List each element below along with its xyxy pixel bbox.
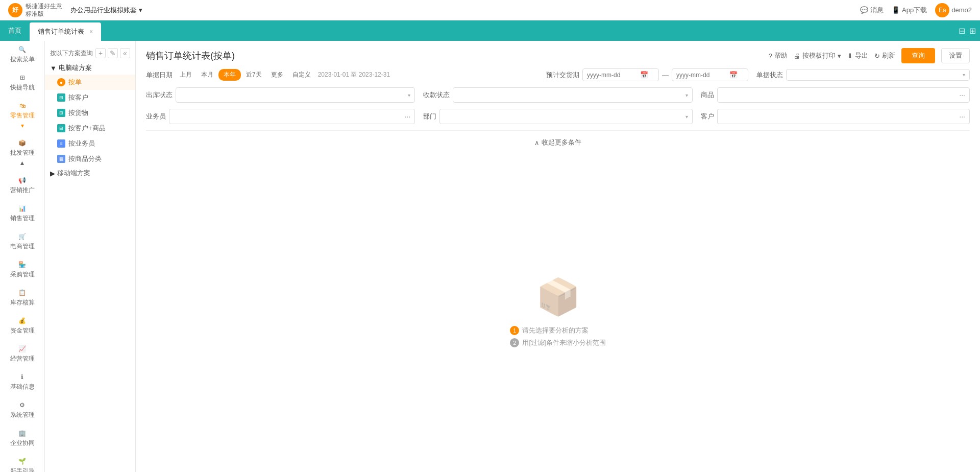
user-menu-btn[interactable]: Ea demo2 bbox=[935, 3, 972, 17]
export-icon: ⬇ bbox=[847, 52, 853, 60]
add-scheme-btn[interactable]: + bbox=[95, 48, 106, 58]
sidebar-ecommerce[interactable]: 🛒 电商管理 bbox=[0, 228, 44, 256]
date-from-input[interactable] bbox=[587, 72, 638, 79]
expected-date-to[interactable]: 📅 bbox=[672, 68, 748, 81]
right-panel: 销售订单统计表(按单) ? 帮助 🖨 按模板打印 ▾ ⬇ bbox=[136, 41, 980, 472]
scheme-category-mobile[interactable]: ▶ 移动端方案 bbox=[45, 167, 135, 180]
scheme-item-by-customer-goods[interactable]: ⊞ 按客户+商品 bbox=[45, 121, 135, 136]
collapse-scheme-btn[interactable]: « bbox=[120, 48, 130, 58]
finance-icon: 💰 bbox=[18, 317, 26, 324]
chevron-icon2: ▲ bbox=[19, 159, 26, 167]
page-title-row: 销售订单统计表(按单) ? 帮助 🖨 按模板打印 ▾ ⬇ bbox=[146, 48, 970, 63]
refresh-btn[interactable]: ↻ 刷新 bbox=[874, 51, 895, 60]
print-icon: 🖨 bbox=[794, 52, 800, 60]
search-icon: 🔍 bbox=[18, 46, 26, 53]
logo-icon: 好 bbox=[8, 3, 22, 17]
salesman-select[interactable]: ··· bbox=[169, 109, 415, 124]
sidebar-purchase[interactable]: 🏪 采购管理 bbox=[0, 256, 44, 284]
payment-status-select[interactable]: ▾ bbox=[453, 87, 692, 103]
message-icon: 💬 bbox=[860, 6, 868, 14]
info-icon: ℹ bbox=[21, 373, 23, 381]
this-month-btn[interactable]: 本月 bbox=[197, 69, 217, 81]
refresh-icon: ↻ bbox=[874, 52, 880, 60]
expected-date-label: 预计交货期 bbox=[546, 70, 579, 80]
sales-icon: 📊 bbox=[18, 205, 26, 212]
scheme-icon-grid3: ⊞ bbox=[57, 124, 65, 132]
chevron-down-icon: ▾ bbox=[139, 6, 142, 14]
marketing-icon: 📢 bbox=[18, 177, 26, 184]
sidebar-sales-mgmt[interactable]: 📊 销售管理 bbox=[0, 200, 44, 228]
sidebar-inventory[interactable]: 📋 库存核算 bbox=[0, 284, 44, 312]
sidebar-enterprise[interactable]: 🏢 企业协同 bbox=[0, 424, 44, 453]
message-btn[interactable]: 💬 消息 bbox=[860, 6, 884, 15]
goods-select[interactable]: ··· bbox=[717, 87, 970, 103]
scheme-category-pc[interactable]: ▼ 电脑端方案 bbox=[45, 61, 135, 75]
filter-department: 部门 ▾ bbox=[423, 109, 692, 124]
department-select[interactable]: ▾ bbox=[439, 109, 692, 124]
more-date-btn[interactable]: 更多 bbox=[267, 69, 287, 81]
salesman-ellipsis: ··· bbox=[405, 112, 411, 121]
expected-date-from[interactable]: 📅 bbox=[582, 68, 659, 81]
page-title: 销售订单统计表(按单) bbox=[146, 50, 235, 62]
query-btn[interactable]: 查询 bbox=[901, 48, 935, 63]
scheme-item-by-goods[interactable]: ⊞ 按货物 bbox=[45, 105, 135, 121]
sidebar-marketing[interactable]: 📢 营销推广 bbox=[0, 172, 44, 200]
settings-btn[interactable]: 设置 bbox=[941, 48, 970, 63]
customer-select[interactable]: ··· bbox=[717, 109, 970, 124]
scheme-icon-circle: ● bbox=[57, 78, 65, 86]
nav-icon: ⊞ bbox=[20, 74, 25, 81]
customer-label: 客户 bbox=[701, 112, 714, 121]
tab-sales-order-stats[interactable]: 销售订单统计表 × bbox=[30, 22, 101, 41]
download-icon: 📱 bbox=[892, 6, 900, 14]
ops-icon: 📈 bbox=[18, 345, 26, 352]
ship-status-label: 出库状态 bbox=[146, 90, 173, 100]
sidebar-wholesale-mgmt[interactable]: 📦 批发管理 ▲ bbox=[0, 134, 44, 172]
filter-card: 销售订单统计表(按单) ? 帮助 🖨 按模板打印 ▾ ⬇ bbox=[136, 41, 980, 154]
top-bar-right: 💬 消息 📱 App下载 Ea demo2 bbox=[860, 3, 972, 17]
this-year-btn[interactable]: 本年 bbox=[218, 69, 241, 81]
sidebar-basic-info[interactable]: ℹ 基础信息 bbox=[0, 368, 44, 396]
tab-bar-actions: ⊟ ⊞ bbox=[959, 26, 980, 36]
app-selector[interactable]: 办公用品行业模拟账套 ▾ bbox=[66, 4, 146, 17]
maximize-btn[interactable]: ⊞ bbox=[969, 26, 976, 36]
sidebar-newbie[interactable]: 🌱 新手引导 bbox=[0, 453, 44, 472]
tab-close-btn[interactable]: × bbox=[89, 28, 93, 35]
scheme-icon-grid2: ⊞ bbox=[57, 109, 65, 117]
minimize-btn[interactable]: ⊟ bbox=[959, 26, 965, 36]
payment-chevron: ▾ bbox=[685, 92, 688, 98]
empty-illustration: 📦 bbox=[536, 276, 580, 318]
tip-num-1: 1 bbox=[510, 326, 519, 335]
tab-home[interactable]: 首页 bbox=[0, 20, 30, 41]
scheme-header-actions: + ✎ « bbox=[95, 48, 130, 58]
system-icon: ⚙ bbox=[19, 402, 25, 409]
last-7-days-btn[interactable]: 近7天 bbox=[242, 69, 266, 81]
export-btn[interactable]: ⬇ 导出 bbox=[847, 51, 868, 60]
date-to-input[interactable] bbox=[676, 72, 727, 79]
sidebar-retail-mgmt[interactable]: 🛍 零售管理 ▾ bbox=[0, 97, 44, 134]
sidebar-system[interactable]: ⚙ 系统管理 bbox=[0, 396, 44, 424]
sidebar-operations[interactable]: 📈 经营管理 bbox=[0, 340, 44, 368]
print-btn[interactable]: 🖨 按模板打印 ▾ bbox=[794, 51, 841, 60]
collapse-filters-btn[interactable]: ∧ 收起更多条件 bbox=[146, 134, 970, 151]
scheme-item-by-order[interactable]: ● 按单 bbox=[45, 75, 135, 90]
scheme-item-by-goods-category[interactable]: ▦ 按商品分类 bbox=[45, 151, 135, 167]
order-status-select[interactable]: ▾ bbox=[786, 69, 970, 81]
empty-tips: 1 请先选择要分析的方案 2 用[过滤]条件来缩小分析范围 bbox=[510, 326, 605, 350]
custom-date-btn[interactable]: 自定义 bbox=[288, 69, 315, 81]
calendar-icon1: 📅 bbox=[640, 71, 648, 79]
scheme-item-by-customer[interactable]: ⊞ 按客户 bbox=[45, 90, 135, 105]
app-download-btn[interactable]: 📱 App下载 bbox=[892, 6, 927, 15]
ship-status-select[interactable]: ▾ bbox=[176, 87, 415, 103]
edit-scheme-btn[interactable]: ✎ bbox=[108, 48, 118, 58]
sidebar-quick-nav[interactable]: ⊞ 快捷导航 bbox=[0, 69, 44, 97]
page-actions: ? 帮助 🖨 按模板打印 ▾ ⬇ 导出 ↻ bbox=[769, 48, 970, 63]
last-month-btn[interactable]: 上月 bbox=[176, 69, 196, 81]
scheme-item-by-salesman[interactable]: ≡ 按业务员 bbox=[45, 136, 135, 151]
filter-collapse-row: ∧ 收起更多条件 bbox=[146, 130, 970, 154]
sidebar-finance[interactable]: 💰 资金管理 bbox=[0, 312, 44, 340]
expand-icon: ▼ bbox=[50, 64, 57, 72]
sidebar-search[interactable]: 🔍 搜索菜单 bbox=[0, 41, 44, 69]
inventory-icon: 📋 bbox=[18, 289, 26, 296]
filter-row-2: 出库状态 ▾ 收款状态 ▾ 商品 bbox=[146, 87, 970, 103]
help-btn[interactable]: ? 帮助 bbox=[769, 51, 788, 60]
